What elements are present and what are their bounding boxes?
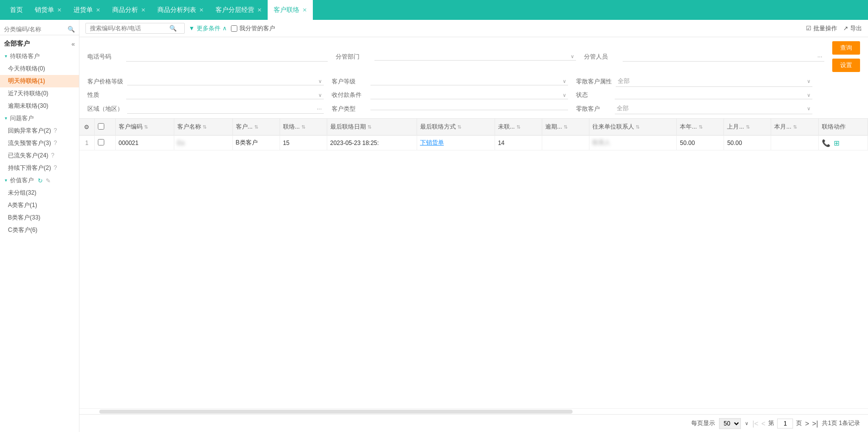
select-all-checkbox[interactable] <box>98 123 104 130</box>
sidebar-item-tomorrow-pending[interactable]: 明天待联络(1) <box>0 75 79 87</box>
table-header-partner-contact[interactable]: 往来单位联系人 ⇅ <box>589 119 677 136</box>
last-page-button[interactable]: >| <box>812 420 818 428</box>
nav-customer-segmentation[interactable]: 客户分层经营 ✕ <box>210 0 268 20</box>
close-icon[interactable]: ✕ <box>141 7 145 13</box>
sort-icon: ⇅ <box>564 124 568 130</box>
filter-row-2: 客户价格等级 ∨ 客户等级 ∨ 零散客户属性 全部∨ <box>87 76 860 87</box>
close-icon[interactable]: ✕ <box>57 7 62 13</box>
row-last-contact-method[interactable]: 下销货单 <box>417 136 495 150</box>
sidebar-item-7days-pending[interactable]: 近7天待联络(0) <box>0 87 79 100</box>
table-header-overdue[interactable]: 逾期... ⇅ <box>542 119 589 136</box>
row-checkbox[interactable] <box>98 139 104 145</box>
nav-home[interactable]: 首页 <box>4 0 29 20</box>
sidebar-item-overdue-pending[interactable]: 逾期未联络(30) <box>0 100 79 112</box>
table-header-code[interactable]: 客户编码 ⇅ <box>115 119 174 136</box>
table-header-year-amount[interactable]: 本年... ⇅ <box>677 119 724 136</box>
sort-icon: ⇅ <box>699 124 703 130</box>
filter-row-3: 性质 ∨ 收付款条件 ∨ 状态 ∨ <box>87 91 860 99</box>
search-input[interactable] <box>90 25 169 32</box>
sort-icon: ⇅ <box>203 124 207 130</box>
search-icon[interactable]: 🔍 <box>169 25 177 32</box>
next-page-button[interactable]: > <box>805 420 809 428</box>
filter-button[interactable]: ▼ 更多条件 ∧ <box>189 24 227 33</box>
retail-customer-select[interactable]: 全部∨ <box>615 103 812 114</box>
manager-select[interactable]: ··· <box>623 52 824 62</box>
row-unlocked: 14 <box>495 136 542 150</box>
close-icon[interactable]: ✕ <box>199 7 204 13</box>
table-header-category[interactable]: 客户... ⇅ <box>232 119 280 136</box>
sidebar-item-churned[interactable]: 已流失客户(24) ? <box>0 149 79 162</box>
chevron-down-icon: ∨ <box>318 78 322 84</box>
phone-input[interactable] <box>126 52 328 62</box>
my-customers-checkbox-label[interactable]: 我分管的客户 <box>231 24 275 33</box>
gear-icon[interactable]: ⚙ <box>84 124 89 131</box>
customer-level-select[interactable]: ∨ <box>370 77 568 85</box>
close-icon[interactable]: ✕ <box>96 7 100 13</box>
table-header-gear[interactable]: ⚙ <box>79 119 94 136</box>
dept-select[interactable]: ∨ <box>374 53 576 61</box>
customer-type-select[interactable] <box>370 108 568 110</box>
sort-icon: ⇅ <box>793 124 797 130</box>
refresh-icon[interactable]: ↻ <box>38 177 43 184</box>
page-size-select[interactable]: 50 <box>719 418 741 429</box>
table-header-row: ⚙ 客户编码 ⇅ 客户名称 ⇅ <box>79 119 868 136</box>
sidebar-item-c-class[interactable]: C类客户(6) <box>0 224 79 236</box>
nav-product-analysis-list[interactable]: 商品分析列表 ✕ <box>151 0 210 20</box>
set-button[interactable]: 设置 <box>832 59 860 72</box>
region-select[interactable]: ··· <box>127 104 324 114</box>
chevron-down-icon: ∨ <box>807 106 810 111</box>
filter-retail-customer: 零散客户 全部∨ <box>576 103 812 114</box>
table-header-this-month[interactable]: 本月... ⇅ <box>771 119 818 136</box>
table-header-unlocked[interactable]: 未联... ⇅ <box>495 119 542 136</box>
first-page-button[interactable]: |< <box>752 420 758 428</box>
table-header-last-month[interactable]: 上月... ⇅ <box>724 119 771 136</box>
table-header-contact-count[interactable]: 联络... ⇅ <box>280 119 327 136</box>
table-header-last-contact-date[interactable]: 最后联络日期 ⇅ <box>327 119 417 136</box>
grid-icon[interactable]: ⊞ <box>834 139 840 147</box>
sidebar-item-churn-warning[interactable]: 流失预警客户(3) ? <box>0 137 79 149</box>
sidebar-search-input[interactable] <box>4 26 68 33</box>
retail-attr-select[interactable]: 全部∨ <box>616 76 812 87</box>
export-button[interactable]: ↗ 导出 <box>843 24 862 33</box>
sidebar-item-today-pending[interactable]: 今天待联络(0) <box>0 63 79 75</box>
nav-purchase-order[interactable]: 进货单 ✕ <box>68 0 106 20</box>
sidebar-item-declining[interactable]: 持续下滑客户(2) ? <box>0 162 79 174</box>
filter-row-4: 区域（地区） ··· 客户类型 零散客户 全部∨ <box>87 103 860 114</box>
chevron-down-icon: ∨ <box>571 54 574 59</box>
table-header-last-contact-method[interactable]: 最后联络方式 ⇅ <box>417 119 495 136</box>
sidebar-item-a-class[interactable]: A类客户(1) <box>0 199 79 212</box>
page-number-input[interactable] <box>777 419 793 429</box>
close-icon[interactable]: ✕ <box>257 7 262 13</box>
table-header-checkbox[interactable] <box>94 119 115 136</box>
sort-icon: ⇅ <box>254 124 258 130</box>
nature-select[interactable]: ∨ <box>126 91 324 99</box>
filter-icon: ▼ <box>189 25 195 32</box>
phone-icon[interactable]: 📞 <box>822 139 830 147</box>
row-year-amount: 50.00 <box>677 136 724 150</box>
edit-icon[interactable]: ✎ <box>46 177 51 184</box>
close-icon[interactable]: ✕ <box>302 7 307 13</box>
sort-icon: ⇅ <box>636 124 640 130</box>
filter-phone: 电话号码 <box>87 52 328 62</box>
sidebar-item-repurchase-abnormal[interactable]: 回购异常客户(2) ? <box>0 125 79 137</box>
batch-operation-button[interactable]: ☑ 批量操作 <box>806 24 837 33</box>
price-level-select[interactable]: ∨ <box>127 77 324 85</box>
nav-sales-order[interactable]: 销货单 ✕ <box>29 0 68 20</box>
table-header-name[interactable]: 客户名称 ⇅ <box>174 119 232 136</box>
chevron-down-icon: ∨ <box>318 92 322 98</box>
collapse-icon[interactable]: « <box>72 40 75 48</box>
status-select[interactable]: ∨ <box>615 91 812 99</box>
sidebar-item-b-class[interactable]: B类客户(33) <box>0 212 79 224</box>
nav-customer-contact[interactable]: 客户联络 ✕ <box>268 0 313 20</box>
payment-terms-select[interactable]: ∨ <box>370 91 568 99</box>
row-checkbox-cell[interactable] <box>94 136 115 150</box>
total-records-label: 共1页 1条记录 <box>822 419 860 428</box>
sidebar-item-ungrouped[interactable]: 未分组(32) <box>0 187 79 199</box>
prev-page-button[interactable]: < <box>761 420 765 428</box>
horizontal-scrollbar[interactable] <box>79 408 868 414</box>
nav-product-analysis[interactable]: 商品分析 ✕ <box>106 0 151 20</box>
search-icon[interactable]: 🔍 <box>68 26 75 33</box>
export-icon: ↗ <box>843 25 848 32</box>
my-customers-checkbox[interactable] <box>231 25 237 32</box>
query-button[interactable]: 查询 <box>832 41 860 55</box>
